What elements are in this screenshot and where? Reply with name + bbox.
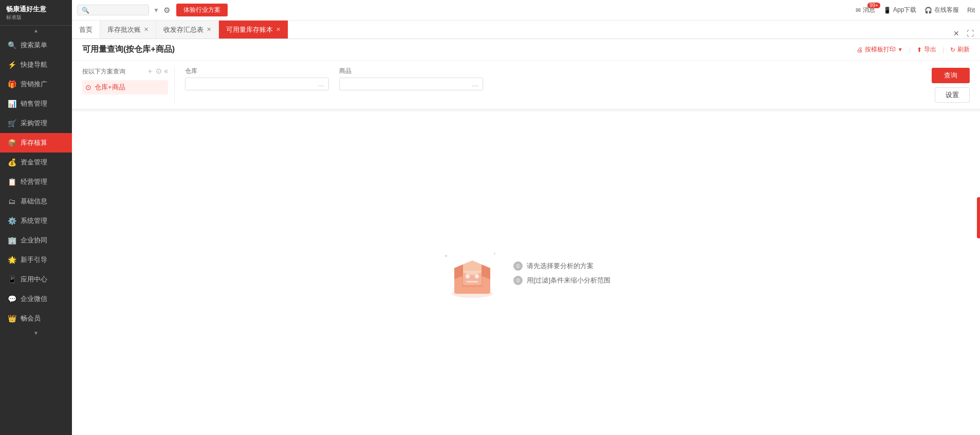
- svg-text:•: •: [449, 271, 450, 274]
- sidebar-item-marketing[interactable]: 🎁 营销推广: [0, 74, 72, 94]
- filter-collapse-icon[interactable]: «: [164, 67, 168, 76]
- filter-settings-icon[interactable]: ⊙: [156, 67, 162, 76]
- export-label: 导出: [924, 45, 936, 54]
- app-name: 畅康通好生意: [6, 5, 66, 14]
- operation-icon: 📋: [7, 178, 16, 186]
- tab-close-btn[interactable]: ✕: [951, 28, 961, 39]
- topbar-dropdown-arrow[interactable]: ▼: [153, 7, 159, 14]
- purchase-icon: 🛒: [7, 119, 16, 127]
- sidebar-item-system[interactable]: ⚙️ 系统管理: [0, 211, 72, 231]
- headset-icon: 🎧: [924, 7, 932, 14]
- sidebar-item-basic-info[interactable]: 🗂 基础信息: [0, 192, 72, 211]
- filter-product-input[interactable]: [344, 81, 470, 88]
- user-info[interactable]: Rit: [967, 7, 975, 14]
- sidebar-item-purchase[interactable]: 🛒 采购管理: [0, 114, 72, 133]
- basic-info-icon: 🗂: [7, 197, 16, 205]
- print-dropdown-icon[interactable]: ▼: [898, 47, 903, 52]
- sidebar-item-label: 采购管理: [21, 119, 47, 128]
- enterprise-icon: 🏢: [7, 236, 16, 244]
- empty-hint-2: ② 用[过滤]条件来缩小分析范围: [513, 276, 611, 285]
- filter-option-label: 仓库+商品: [95, 83, 125, 92]
- export-btn[interactable]: ⬆ 导出: [917, 45, 936, 54]
- mobile-icon: 📱: [883, 7, 891, 14]
- topbar-right: ✉ 消息 99+ 📱 App下载 🎧 在线客服 Rit: [856, 6, 975, 14]
- tab-available-stock[interactable]: 可用量库存账本 ✕: [219, 21, 288, 39]
- sidebar-item-inventory[interactable]: 📦 库存核算: [0, 133, 72, 153]
- filter-warehouse-input[interactable]: [190, 81, 316, 88]
- refresh-icon: ↻: [950, 46, 955, 53]
- filter-warehouse-input-wrap: …: [185, 78, 329, 90]
- svg-rect-9: [467, 281, 478, 282]
- print-label: 按模板打印: [865, 45, 896, 54]
- refresh-btn[interactable]: ↻ 刷新: [950, 45, 970, 54]
- main-area: 🔍 ▼ ⚙ 体验行业方案 ✉ 消息 99+ 📱 App下载 🎧 在线客服 Rit: [72, 0, 980, 435]
- message-link[interactable]: ✉ 消息 99+: [856, 6, 875, 14]
- filter-product-label: 商品: [339, 67, 483, 75]
- svg-point-7: [466, 274, 470, 278]
- sidebar-item-label: 畅会员: [21, 314, 41, 323]
- sidebar-item-label: 应用中心: [21, 275, 47, 284]
- svg-text:✦: ✦: [444, 253, 448, 259]
- query-btn[interactable]: 查询: [932, 68, 970, 83]
- sidebar-item-label: 库存核算: [21, 138, 47, 147]
- empty-illustration: ✦ ✦ •: [441, 242, 503, 304]
- filter-section-title: 按以下方案查询: [82, 67, 125, 76]
- tab-receipt-summary[interactable]: 收发存汇总表 ✕: [156, 21, 219, 39]
- tab-home[interactable]: 首页: [72, 21, 100, 39]
- tab-batch-account-close[interactable]: ✕: [144, 26, 149, 33]
- sidebar-item-quick-nav[interactable]: ⚡ 快捷导航: [0, 55, 72, 74]
- app-download-link[interactable]: 📱 App下载: [883, 6, 916, 14]
- empty-state: ✦ ✦ • ① 请先选择要分析的方案 ② 用[过滤]条件来缩小分析范围: [72, 111, 980, 435]
- product-more-btn[interactable]: …: [472, 80, 478, 88]
- quick-nav-icon: ⚡: [7, 61, 16, 69]
- tab-maximize-btn[interactable]: ⛶: [965, 28, 976, 39]
- sidebar-item-app-center[interactable]: 📱 应用中心: [0, 270, 72, 289]
- sidebar-item-label: 搜索菜单: [21, 41, 47, 50]
- filter-left-panel: 按以下方案查询 ＋ ⊙ « ⊙ 仓库+商品: [82, 67, 175, 103]
- sidebar-item-operation[interactable]: 📋 经营管理: [0, 172, 72, 192]
- empty-hint-num-2: ②: [513, 276, 523, 285]
- sidebar-item-member[interactable]: 👑 畅会员: [0, 309, 72, 328]
- sidebar-item-search[interactable]: 🔍 搜索菜单: [0, 35, 72, 55]
- svg-rect-6: [463, 271, 482, 285]
- user-name: Rit: [967, 7, 975, 14]
- filter-area: 按以下方案查询 ＋ ⊙ « ⊙ 仓库+商品 仓库: [72, 61, 980, 109]
- sidebar-item-wechat[interactable]: 💬 企业微信: [0, 289, 72, 309]
- sidebar-item-guide[interactable]: 🌟 新手引导: [0, 250, 72, 270]
- filter-add-icon[interactable]: ＋: [146, 67, 154, 76]
- filter-option-warehouse-product[interactable]: ⊙ 仓库+商品: [82, 80, 168, 94]
- sidebar-item-label: 销售管理: [21, 99, 47, 108]
- tab-batch-account-label: 库存批次账: [107, 25, 141, 34]
- sidebar-item-sales[interactable]: 📊 销售管理: [0, 94, 72, 114]
- right-scroll-indicator: [977, 197, 980, 238]
- tab-receipt-summary-close[interactable]: ✕: [207, 26, 211, 33]
- topbar-gear-icon[interactable]: ⚙: [163, 6, 170, 15]
- sidebar-item-finance[interactable]: 💰 资金管理: [0, 153, 72, 172]
- industry-btn[interactable]: 体验行业方案: [176, 4, 228, 16]
- empty-hint-1: ① 请先选择要分析的方案: [513, 261, 611, 271]
- sidebar-item-label: 资金管理: [21, 158, 47, 167]
- empty-text: ① 请先选择要分析的方案 ② 用[过滤]条件来缩小分析范围: [513, 261, 611, 285]
- tab-controls: ✕ ⛶: [947, 28, 980, 39]
- svg-text:✦: ✦: [493, 252, 496, 256]
- filter-field-warehouse: 仓库 …: [185, 67, 329, 90]
- warehouse-more-btn[interactable]: …: [318, 80, 324, 88]
- filter-field-product: 商品 …: [339, 67, 483, 90]
- page-title: 可用量查询(按仓库+商品): [82, 44, 175, 55]
- tab-batch-account[interactable]: 库存批次账 ✕: [100, 21, 156, 39]
- online-service-link[interactable]: 🎧 在线客服: [924, 6, 959, 14]
- sidebar-scroll-down[interactable]: ▼: [0, 328, 72, 338]
- print-btn[interactable]: 🖨 按模板打印 ▼: [857, 45, 903, 54]
- sidebar-item-label: 企业微信: [21, 294, 47, 304]
- sidebar-item-enterprise[interactable]: 🏢 企业协同: [0, 231, 72, 250]
- topbar-search-box[interactable]: 🔍: [77, 5, 149, 15]
- guide-icon: 🌟: [7, 256, 16, 264]
- page-content: 可用量查询(按仓库+商品) 🖨 按模板打印 ▼ | ⬆ 导出 | ↻ 刷新: [72, 39, 980, 435]
- sidebar-item-label: 快捷导航: [21, 60, 47, 69]
- app-download-label: App下载: [893, 6, 916, 14]
- tab-available-stock-close[interactable]: ✕: [276, 26, 281, 33]
- refresh-label: 刷新: [957, 45, 970, 54]
- topbar: 🔍 ▼ ⚙ 体验行业方案 ✉ 消息 99+ 📱 App下载 🎧 在线客服 Rit: [72, 0, 980, 21]
- filter-settings-btn[interactable]: 设置: [935, 87, 970, 103]
- sidebar-scroll-up[interactable]: ▲: [0, 26, 72, 35]
